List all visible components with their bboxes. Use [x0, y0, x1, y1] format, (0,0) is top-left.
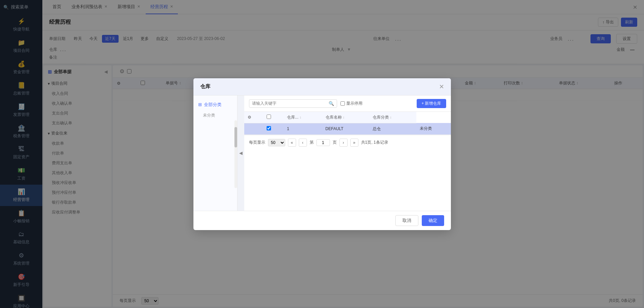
modal-select-all[interactable] [267, 115, 271, 119]
table-row[interactable]: 1 DEFAULT 总仓 未分类 [244, 123, 451, 135]
modal-col-category[interactable]: 仓库分类 ↕ [369, 112, 416, 123]
modal-per-page-select[interactable]: 50 100 [268, 139, 285, 146]
show-disabled-checkbox[interactable] [340, 101, 345, 106]
sort-code-icon: ↕ [299, 116, 301, 119]
scrollbar-track [234, 120, 237, 188]
modal-col-code[interactable]: 仓库... ↕ [284, 112, 322, 123]
row-checkbox[interactable] [263, 123, 284, 135]
row-code: DEFAULT [322, 123, 369, 135]
page-input[interactable] [316, 139, 330, 146]
prev-page-button[interactable]: ‹ [299, 139, 307, 147]
row-name: 总仓 [369, 123, 416, 135]
show-disabled-text: 显示停用 [346, 101, 362, 106]
scrollbar-thumb[interactable] [234, 127, 237, 147]
modal-total-label: 共1页, 1条记录 [361, 140, 388, 145]
modal-toolbar: 🔍 显示停用 + 新增仓库 [244, 96, 451, 112]
modal-col-settings[interactable]: ⚙ [244, 112, 263, 123]
modal-body: ⊞ 全部分类 未分类 ◀ 🔍 显示停用 [193, 96, 451, 211]
cancel-button[interactable]: 取消 [395, 215, 418, 226]
first-page-button[interactable]: « [288, 139, 296, 147]
sort-name-icon: ↕ [343, 116, 345, 119]
modal-main: 🔍 显示停用 + 新增仓库 ⚙ [244, 96, 451, 211]
confirm-button[interactable]: 确定 [422, 215, 444, 226]
modal-pagination: 每页显示 50 100 « ‹ 第 页 › » 共1页, 1条记录 [244, 135, 451, 150]
page-unit: 页 [333, 140, 337, 145]
all-category-label: 全部分类 [204, 102, 222, 108]
last-page-button[interactable]: » [350, 139, 358, 147]
modal-col-checkbox [263, 112, 284, 123]
modal-close-button[interactable]: ✕ [439, 83, 444, 90]
modal-title: 仓库 [200, 83, 210, 90]
modal-search-input[interactable] [252, 101, 329, 106]
modal-sidebar: ⊞ 全部分类 未分类 [193, 96, 237, 211]
modal-col-name-label: 仓库名称 [326, 115, 342, 120]
modal-search-icon: 🔍 [329, 101, 334, 106]
row-index: 1 [284, 123, 322, 135]
page-label: 第 [310, 140, 314, 145]
modal-table: ⚙ 仓库... ↕ 仓库名称 ↕ 仓库分类 [244, 112, 451, 135]
show-disabled-label[interactable]: 显示停用 [340, 101, 362, 106]
modal-table-scroll[interactable]: ⚙ 仓库... ↕ 仓库名称 ↕ 仓库分类 [244, 112, 451, 135]
modal-col-name[interactable]: 仓库名称 ↕ [322, 112, 369, 123]
modal-col-category-label: 仓库分类 [373, 115, 389, 120]
sidebar-collapse-button[interactable]: ◀ [237, 96, 244, 211]
row-settings [244, 123, 263, 135]
modal-all-category[interactable]: ⊞ 全部分类 [193, 99, 237, 110]
modal-header: 仓库 ✕ [193, 78, 451, 96]
modal-uncategorized[interactable]: 未分类 [193, 110, 237, 120]
sidebar-scroll-area [193, 120, 237, 188]
sort-cat-icon: ↕ [390, 116, 392, 119]
modal-footer: 取消 确定 [193, 211, 451, 230]
modal-search-box[interactable]: 🔍 [249, 99, 337, 108]
modal-col-code-label: 仓库... [287, 115, 298, 120]
row-category: 未分类 [416, 123, 451, 135]
modal-per-page-label: 每页显示 [249, 140, 265, 145]
add-warehouse-label: + 新增仓库 [421, 101, 441, 106]
next-page-button[interactable]: › [339, 139, 348, 147]
warehouse-modal: 仓库 ✕ ⊞ 全部分类 未分类 ◀ 🔍 [193, 78, 451, 230]
add-warehouse-button[interactable]: + 新增仓库 [417, 99, 446, 108]
grid-category-icon: ⊞ [198, 102, 202, 107]
